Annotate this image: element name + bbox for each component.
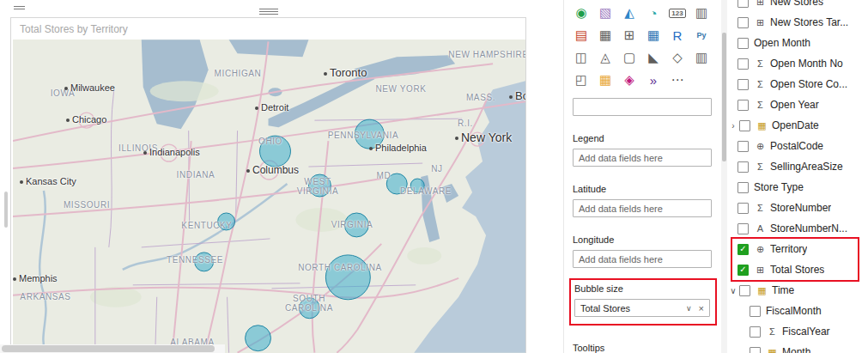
r-script-icon[interactable]: R	[665, 24, 689, 46]
field-item-sellingareasize[interactable]: ΣSellingAreaSize	[727, 156, 868, 177]
map-canvas[interactable]: IOWAMICHIGANNEW HAMPSHIRENEW YORKMASS.R.…	[13, 40, 525, 353]
chevron-down-icon[interactable]: ∨	[686, 304, 692, 313]
territory-bubble[interactable]	[218, 213, 235, 230]
field-label: StoreNumberN...	[770, 222, 847, 234]
colored-matrix-icon[interactable]: ▦	[641, 24, 665, 46]
field-label: Open Month	[754, 37, 810, 49]
field-item-storenumber[interactable]: ΣStoreNumber	[727, 198, 868, 218]
bubble-size-label: Bubble size	[574, 283, 710, 294]
bubble-layer	[195, 119, 425, 351]
territory-bubble[interactable]	[386, 173, 407, 194]
map-icon[interactable]: ◉	[569, 2, 593, 24]
field-item-open-month[interactable]: Open Month	[727, 33, 868, 53]
rivers-layer	[39, 184, 287, 353]
territory-bubble[interactable]	[325, 255, 370, 300]
territory-bubble[interactable]	[246, 326, 271, 351]
territory-bubble[interactable]	[355, 119, 384, 149]
field-item-time[interactable]: ∨▦Time	[727, 280, 868, 301]
multi-row-card-icon[interactable]: ▥	[689, 2, 713, 24]
field-checkbox[interactable]	[737, 0, 749, 8]
smart-table-icon[interactable]: ▤	[569, 24, 593, 46]
field-checkbox[interactable]	[739, 285, 750, 296]
sigma-icon: Σ	[754, 100, 767, 110]
territory-bubble[interactable]	[344, 213, 368, 237]
sigma-icon: Σ	[754, 79, 767, 89]
goals-icon[interactable]: ◇	[665, 46, 689, 69]
field-checkbox[interactable]	[750, 347, 761, 353]
field-checkbox[interactable]	[737, 141, 749, 152]
territory-bubble[interactable]	[195, 253, 214, 271]
field-label: Open Year	[770, 99, 819, 111]
import-visual-icon[interactable]: »	[641, 69, 665, 91]
more-options-icon[interactable]: ⋯	[665, 69, 689, 91]
territory-bubble[interactable]	[308, 174, 331, 197]
azure-map-icon[interactable]: ◭	[617, 2, 641, 24]
python-icon[interactable]: Py	[689, 24, 713, 46]
field-checkbox[interactable]	[750, 326, 761, 338]
field-item-territory[interactable]: ✓⊕Territory	[727, 239, 868, 259]
field-checkbox[interactable]	[750, 306, 761, 317]
field-item-postalcode[interactable]: ⊕PostalCode	[727, 136, 868, 156]
matrix-icon[interactable]: ▦	[593, 24, 617, 46]
pennant-icon[interactable]: ◣	[641, 46, 665, 69]
canvas-grip-icon[interactable]	[14, 4, 25, 11]
field-label: Open Store Co...	[770, 78, 847, 90]
field-item-new-stores-tar-[interactable]: ⊞New Stores Tar...	[727, 12, 868, 33]
field-item-fiscalmonth[interactable]: FiscalMonth	[727, 301, 868, 321]
well-input-longitude[interactable]: Add data fields here	[573, 250, 712, 268]
field-item-fiscalyear[interactable]: ΣFiscalYear	[727, 321, 868, 342]
field-label: FiscalMonth	[766, 305, 822, 317]
field-item-total-stores[interactable]: ✓⊞Total Stores	[727, 259, 868, 280]
field-item-storenumbern-[interactable]: AStoreNumberN...	[727, 218, 868, 239]
field-checkbox[interactable]	[737, 79, 749, 90]
well-input-legend[interactable]: Add data fields here	[573, 149, 712, 167]
smart-narrative-icon[interactable]: ▢	[617, 46, 641, 69]
well-input-latitude[interactable]: Add data fields here	[573, 199, 712, 217]
table-icon[interactable]: ⊞	[617, 24, 641, 46]
report-chart-icon[interactable]: ▥	[689, 46, 713, 69]
visual-title: Total Stores by Territory	[20, 23, 128, 35]
field-item-open-store-co-[interactable]: ΣOpen Store Co...	[727, 74, 868, 94]
power-automate-icon[interactable]: ▦	[593, 69, 617, 91]
bubble-size-field[interactable]: Total Stores ∨ ×	[574, 299, 710, 317]
decomposition-tree-icon[interactable]: ◫	[569, 46, 593, 69]
field-item-open-year[interactable]: ΣOpen Year	[727, 94, 868, 115]
field-item-month[interactable]: ▦Month	[727, 342, 868, 353]
field-checkbox[interactable]	[737, 223, 749, 234]
field-checkbox[interactable]	[739, 120, 750, 131]
filled-map-icon[interactable]: ▧	[593, 2, 617, 24]
horizontal-scrollbar[interactable]	[0, 344, 225, 353]
gauge-icon[interactable]: ◔	[641, 2, 665, 24]
pane-scrollbar-thumb[interactable]	[722, 33, 726, 161]
custom-visual-icon[interactable]: ◈	[617, 69, 641, 91]
territory-bubble[interactable]	[410, 179, 424, 192]
field-item-opendate[interactable]: ›▦OpenDate	[727, 115, 868, 136]
horizontal-scrollbar-thumb[interactable]	[2, 345, 215, 352]
card-icon[interactable]: 123	[665, 2, 689, 24]
map-visual[interactable]: Total Stores by Territory	[10, 17, 526, 353]
field-item-store-type[interactable]: Store Type	[727, 177, 868, 198]
field-checkbox[interactable]	[737, 58, 749, 70]
report-canvas[interactable]: Total Stores by Territory	[0, 0, 560, 353]
expander-icon[interactable]: ›	[728, 121, 738, 131]
pane-scrollbar[interactable]	[721, 0, 727, 353]
qna-icon[interactable]: ◬	[593, 46, 617, 69]
field-checkbox[interactable]	[737, 203, 749, 214]
field-checkbox[interactable]	[737, 17, 749, 28]
remove-field-icon[interactable]: ×	[699, 303, 704, 313]
power-apps-icon[interactable]: ◰	[569, 69, 593, 91]
territory-bubble[interactable]	[299, 298, 319, 319]
field-checkbox[interactable]	[737, 38, 749, 49]
field-checkbox[interactable]	[737, 100, 749, 111]
visual-drag-handle-icon[interactable]	[259, 7, 278, 16]
field-checkbox[interactable]	[737, 182, 749, 193]
field-well-input-partial[interactable]	[573, 98, 712, 116]
field-checkbox[interactable]: ✓	[737, 265, 749, 276]
field-item-new-stores[interactable]: ⊞New Stores	[727, 0, 868, 12]
territory-bubble[interactable]	[260, 136, 291, 167]
expander-icon[interactable]: ∨	[728, 286, 738, 295]
field-checkbox[interactable]: ✓	[737, 244, 749, 255]
field-item-open-month-no[interactable]: ΣOpen Month No	[727, 53, 868, 74]
field-checkbox[interactable]	[737, 161, 749, 173]
left-scrollbar-thumb[interactable]	[4, 192, 8, 228]
